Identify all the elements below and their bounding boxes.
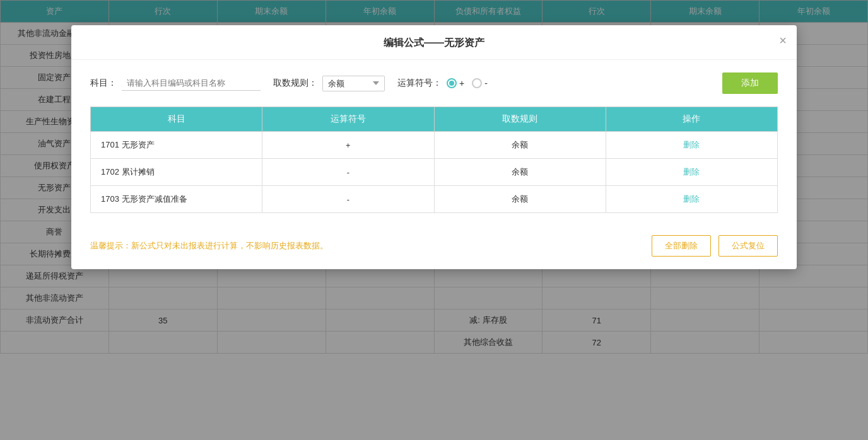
formula-cell-subject: 1702 累计摊销 xyxy=(91,159,262,186)
table-col-action: 操作 xyxy=(606,107,777,132)
footer-buttons: 全部删除 公式复位 xyxy=(652,235,778,257)
add-button[interactable]: 添加 xyxy=(722,72,778,94)
rule-select-wrapper: 余额 借方发生额 贷方发生额 xyxy=(322,76,385,91)
delete-row-button[interactable]: 删除 xyxy=(683,194,700,205)
radio-plus[interactable]: + xyxy=(447,78,464,88)
operator-field: 运算符号： + - xyxy=(397,78,488,89)
formula-cell-rule: 余额 xyxy=(434,186,606,213)
formula-cell-action: 删除 xyxy=(606,159,777,186)
reset-formula-button[interactable]: 公式复位 xyxy=(718,235,778,257)
modal-close-button[interactable]: × xyxy=(779,34,787,47)
table-col-subject: 科目 xyxy=(91,107,262,132)
formula-cell-subject: 1703 无形资产减值准备 xyxy=(91,186,262,213)
formula-cell-action: 删除 xyxy=(606,186,777,213)
delete-row-button[interactable]: 删除 xyxy=(683,166,700,178)
formula-row: 1701 无形资产+余额删除 xyxy=(91,132,778,159)
formula-row: 1702 累计摊销-余额删除 xyxy=(91,159,778,186)
modal-footer: 温馨提示：新公式只对未出报表进行计算，不影响历史报表数据。 全部删除 公式复位 xyxy=(71,226,797,269)
formula-cell-action: 删除 xyxy=(606,132,777,159)
formula-cell-operator: + xyxy=(262,132,434,159)
formula-cell-rule: 余额 xyxy=(434,159,606,186)
table-col-rule: 取数规则 xyxy=(434,107,606,132)
formula-cell-subject: 1701 无形资产 xyxy=(91,132,262,159)
rule-select[interactable]: 余额 借方发生额 贷方发生额 xyxy=(322,76,385,91)
radio-group: + - xyxy=(447,78,488,88)
modal-body: 科目： 取数规则： 余额 借方发生额 贷方发生额 xyxy=(71,60,797,226)
delete-all-button[interactable]: 全部删除 xyxy=(652,235,711,257)
radio-minus[interactable]: - xyxy=(472,78,488,88)
formula-cell-operator: - xyxy=(262,186,434,213)
rule-label: 取数规则： xyxy=(273,78,317,89)
subject-label: 科目： xyxy=(90,78,117,89)
form-row: 科目： 取数规则： 余额 借方发生额 贷方发生额 xyxy=(90,72,778,94)
radio-minus-circle xyxy=(472,78,482,88)
modal-overlay: 编辑公式——无形资产 × 科目： 取数规则： xyxy=(0,0,868,440)
modal: 编辑公式——无形资产 × 科目： 取数规则： xyxy=(71,25,797,269)
delete-row-button[interactable]: 删除 xyxy=(683,139,700,151)
subject-input[interactable] xyxy=(122,76,261,91)
radio-plus-label: + xyxy=(459,78,464,88)
table-col-operator: 运算符号 xyxy=(262,107,434,132)
radio-minus-label: - xyxy=(484,78,488,88)
footer-tip: 温馨提示：新公式只对未出报表进行计算，不影响历史报表数据。 xyxy=(90,240,328,252)
formula-row: 1703 无形资产减值准备-余额删除 xyxy=(91,186,778,213)
radio-plus-circle xyxy=(447,78,457,88)
formula-cell-operator: - xyxy=(262,159,434,186)
rule-field: 取数规则： 余额 借方发生额 贷方发生额 xyxy=(273,76,385,91)
formula-cell-rule: 余额 xyxy=(434,132,606,159)
modal-title: 编辑公式——无形资产 xyxy=(384,37,484,48)
subject-field: 科目： xyxy=(90,76,261,91)
modal-header: 编辑公式——无形资产 × xyxy=(71,25,797,60)
operator-label: 运算符号： xyxy=(397,78,442,89)
formula-table: 科目 运算符号 取数规则 操作 1701 无形资产+余额删除1702 累计摊销-… xyxy=(90,107,778,213)
